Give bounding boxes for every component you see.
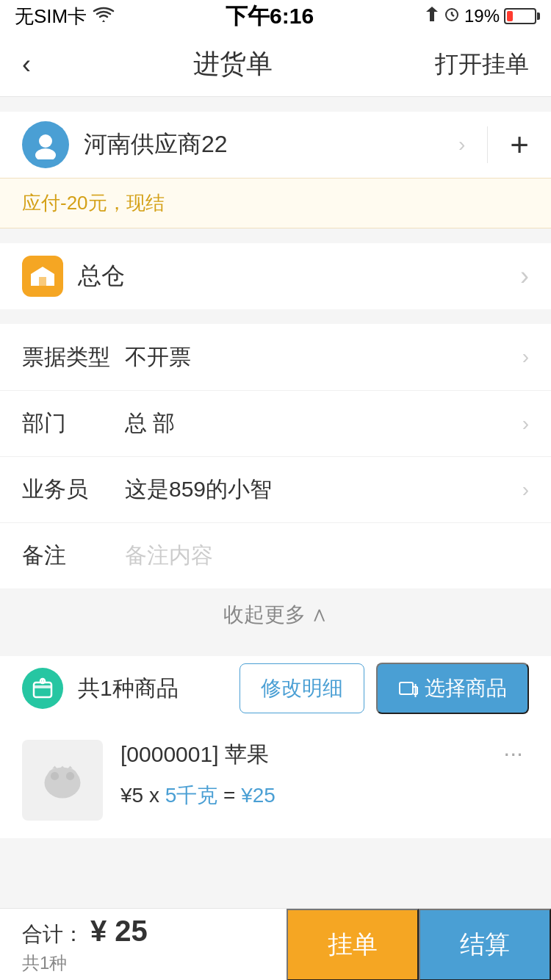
product-thumbnail <box>22 740 103 821</box>
warehouse-arrow-icon <box>520 261 529 292</box>
bottom-spacer <box>0 838 551 910</box>
svg-point-4 <box>35 148 56 159</box>
wifi-icon <box>93 5 115 28</box>
collapse-label: 收起更多 ∧ <box>223 601 328 629</box>
total-label: 合计： <box>22 923 84 945</box>
supplier-row[interactable]: 河南供应商22 › + <box>0 112 551 178</box>
alarm-icon <box>444 6 460 26</box>
svg-marker-24 <box>68 765 73 768</box>
product-price: ¥5 x 5千克 = ¥25 <box>120 782 497 810</box>
back-button[interactable]: ‹ <box>22 49 31 80</box>
page-title: 进货单 <box>193 46 273 82</box>
select-product-button[interactable]: 选择商品 <box>376 663 529 714</box>
total-section: 合计： ¥ 25 共1种 <box>0 915 287 975</box>
dept-row[interactable]: 部门 总 部 › <box>0 390 551 456</box>
dept-label: 部门 <box>22 408 125 439</box>
suspend-button[interactable]: 挂单 <box>287 909 419 981</box>
battery-percent: 19% <box>464 6 500 26</box>
supplier-arrow-icon: › <box>458 133 465 156</box>
vertical-divider <box>487 126 488 163</box>
checkout-button[interactable]: 结算 <box>419 909 551 981</box>
select-product-label: 选择商品 <box>425 674 507 702</box>
svg-rect-7 <box>39 277 46 286</box>
warehouse-icon <box>22 256 63 297</box>
notice-bar: 应付-20元，现结 <box>0 178 551 228</box>
equals-sign: = <box>223 784 235 807</box>
form-section: 票据类型 不开票 › 部门 总 部 › 业务员 这是859的小智 › 备注 备注… <box>0 324 551 588</box>
section-gap-4 <box>0 641 551 656</box>
invoice-value: 不开票 <box>125 342 522 372</box>
invoice-label: 票据类型 <box>22 342 125 372</box>
add-supplier-button[interactable]: + <box>510 129 529 161</box>
bottom-bar: 合计： ¥ 25 共1种 挂单 结算 <box>0 908 551 980</box>
sales-row[interactable]: 业务员 这是859的小智 › <box>0 456 551 522</box>
dept-arrow-icon: › <box>522 412 529 436</box>
remark-row[interactable]: 备注 备注内容 <box>0 522 551 588</box>
status-time: 下午6:16 <box>226 1 314 32</box>
product-title: 苹果 <box>225 742 269 766</box>
supplier-name: 河南供应商22 <box>84 129 458 161</box>
svg-line-2 <box>452 15 454 16</box>
svg-rect-8 <box>34 682 51 697</box>
avatar <box>22 121 69 168</box>
total-count: 共1种 <box>22 951 264 975</box>
product-header: 共1种商品 修改明细 选择商品 <box>0 656 551 721</box>
multiply-sign: x <box>149 784 159 807</box>
invoice-row[interactable]: 票据类型 不开票 › <box>0 324 551 390</box>
unit-price: ¥5 <box>120 784 143 807</box>
status-right: 19% <box>425 6 536 26</box>
warehouse-name: 总仓 <box>78 260 520 292</box>
product-count-icon <box>22 668 63 709</box>
section-gap-2 <box>0 228 551 243</box>
section-gap-1 <box>0 97 551 112</box>
edit-detail-button[interactable]: 修改明细 <box>240 663 364 713</box>
sales-arrow-icon: › <box>522 478 529 502</box>
product-item: [0000001] 苹果 ¥5 x 5千克 = ¥25 ··· <box>0 722 551 838</box>
product-name: [0000001] 苹果 <box>120 740 497 770</box>
location-icon <box>425 6 439 26</box>
sales-value: 这是859的小智 <box>125 475 522 505</box>
product-count-text: 共1种商品 <box>78 674 240 704</box>
product-more-button[interactable]: ··· <box>497 740 529 767</box>
nav-bar: ‹ 进货单 打开挂单 <box>0 32 551 97</box>
product-id: [0000001] <box>120 742 218 766</box>
remark-label: 备注 <box>22 541 125 571</box>
warehouse-row[interactable]: 总仓 <box>0 243 551 309</box>
open-suspend-button[interactable]: 打开挂单 <box>435 48 529 81</box>
invoice-arrow-icon: › <box>522 345 529 369</box>
svg-rect-9 <box>34 685 51 688</box>
battery-icon <box>504 8 536 24</box>
product-info: [0000001] 苹果 ¥5 x 5千克 = ¥25 <box>120 740 497 810</box>
collapse-button[interactable]: 收起更多 ∧ <box>0 588 551 641</box>
section-gap-3 <box>0 309 551 324</box>
sales-label: 业务员 <box>22 475 125 505</box>
total-amount: ¥ 25 <box>90 915 148 947</box>
product-section: 共1种商品 修改明细 选择商品 <box>0 656 551 838</box>
svg-point-20 <box>51 772 59 780</box>
svg-point-21 <box>66 772 74 780</box>
remark-value[interactable]: 备注内容 <box>125 541 529 571</box>
status-bar: 无SIM卡 下午6:16 19% <box>0 0 551 32</box>
dept-value: 总 部 <box>125 408 522 439</box>
supplier-section: 河南供应商22 › + 应付-20元，现结 <box>0 112 551 228</box>
line-total: ¥25 <box>241 784 276 807</box>
warehouse-section[interactable]: 总仓 <box>0 243 551 309</box>
quantity: 5千克 <box>165 784 218 807</box>
svg-marker-22 <box>60 765 65 768</box>
carrier-text: 无SIM卡 <box>15 4 87 29</box>
svg-marker-23 <box>52 765 57 768</box>
svg-point-3 <box>39 134 52 148</box>
svg-rect-12 <box>400 682 413 694</box>
status-left: 无SIM卡 <box>15 4 115 29</box>
